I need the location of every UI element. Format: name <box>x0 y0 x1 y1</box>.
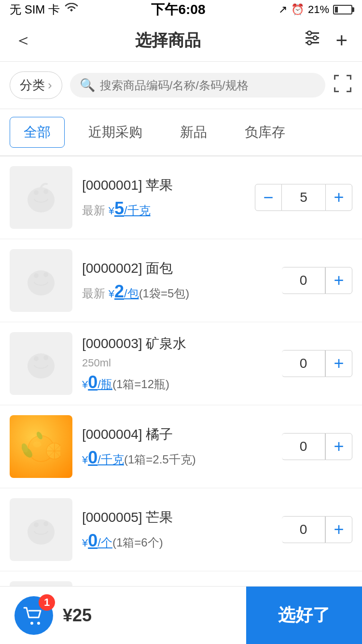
svg-point-22 <box>43 355 48 360</box>
svg-point-36 <box>34 522 39 527</box>
quantity-control: − + <box>255 184 352 211</box>
wifi-icon <box>65 3 78 16</box>
cart-total: ¥25 <box>63 605 92 626</box>
tab-recent[interactable]: 近期采购 <box>74 117 156 148</box>
page-title: 选择商品 <box>135 29 201 52</box>
product-thumbnail <box>10 332 72 395</box>
tab-bar: 全部 近期采购 新品 负库存 <box>0 109 362 156</box>
svg-point-17 <box>28 270 55 295</box>
status-right: ↗ ⏰ 21% <box>278 3 352 16</box>
svg-point-5 <box>307 41 311 45</box>
product-price: ¥0/个(1箱=6个) <box>82 531 272 551</box>
svg-point-20 <box>28 353 55 378</box>
svg-point-37 <box>43 521 48 526</box>
list-item: [0000002] 面包 最新 ¥2/包(1袋=5包) + <box>0 239 362 322</box>
battery-icon <box>333 5 352 14</box>
product-spec: 250ml <box>82 357 272 369</box>
svg-point-19 <box>43 272 48 277</box>
list-item: [0000004] 橘子 ¥0/千克(1箱=2.5千克) + <box>0 406 362 488</box>
product-name: [0000004] 橘子 <box>82 425 272 444</box>
product-name: [0000005] 芒果 <box>82 508 272 527</box>
svg-point-44 <box>30 622 33 625</box>
filter-icon[interactable] <box>304 29 321 51</box>
svg-point-35 <box>28 519 55 545</box>
product-name: [0000001] 苹果 <box>82 176 245 195</box>
bottom-bar: 1 ¥25 选好了 <box>0 586 362 644</box>
nav-actions: + <box>304 29 348 52</box>
search-icon: 🔍 <box>80 78 95 93</box>
category-label: 分类 <box>20 77 45 94</box>
svg-point-21 <box>34 356 39 361</box>
confirm-button[interactable]: 选好了 <box>246 587 362 644</box>
quantity-control: + <box>282 433 352 460</box>
product-thumbnail <box>10 415 72 478</box>
product-name: [0000003] 矿泉水 <box>82 335 272 353</box>
product-thumbnail <box>10 498 72 561</box>
quantity-input[interactable] <box>282 516 325 543</box>
cart-badge: 1 <box>39 594 55 611</box>
status-bar: 无 SIM 卡 下午6:08 ↗ ⏰ 21% <box>0 0 362 19</box>
product-price: ¥0/瓶(1箱=12瓶) <box>82 372 272 392</box>
increase-button[interactable]: + <box>325 267 352 294</box>
quantity-control: + <box>282 350 352 377</box>
svg-point-15 <box>34 190 39 195</box>
svg-rect-11 <box>334 87 335 92</box>
product-name: [0000002] 面包 <box>82 259 272 278</box>
product-price: 最新 ¥5/千克 <box>82 198 245 219</box>
tab-new[interactable]: 新品 <box>166 117 221 148</box>
scan-icon[interactable] <box>333 74 352 97</box>
svg-point-16 <box>43 189 48 194</box>
list-item: [0000003] 矿泉水 250ml ¥0/瓶(1箱=12瓶) + <box>0 322 362 405</box>
location-icon: ↗ <box>278 3 287 16</box>
nav-bar: ＜ 选择商品 + <box>0 19 362 62</box>
product-thumbnail <box>10 249 72 312</box>
quantity-input[interactable] <box>282 184 325 211</box>
product-thumbnail <box>10 166 72 229</box>
svg-point-14 <box>28 187 55 212</box>
list-item: [0000001] 苹果 最新 ¥5/千克 − + <box>0 156 362 238</box>
back-button[interactable]: ＜ <box>14 28 32 52</box>
product-list: [0000001] 苹果 最新 ¥5/千克 − + [0000002] 面包 最… <box>0 156 362 644</box>
cart-area: 1 ¥25 <box>0 596 246 635</box>
svg-point-4 <box>313 36 317 40</box>
product-info: [0000004] 橘子 ¥0/千克(1箱=2.5千克) <box>82 425 272 468</box>
quantity-control: + <box>282 516 352 543</box>
search-box: 🔍 <box>70 73 325 98</box>
svg-point-3 <box>307 31 311 35</box>
filter-bar: 分类 › 🔍 <box>0 62 362 109</box>
product-info: [0000005] 芒果 ¥0/个(1箱=6个) <box>82 508 272 551</box>
quantity-input[interactable] <box>282 267 325 294</box>
status-time: 下午6:08 <box>151 0 205 19</box>
increase-button[interactable]: + <box>325 184 352 211</box>
search-input[interactable] <box>100 79 316 92</box>
product-price: 最新 ¥2/包(1袋=5包) <box>82 281 272 302</box>
svg-point-18 <box>34 273 39 278</box>
cart-button[interactable]: 1 <box>14 596 53 635</box>
add-icon[interactable]: + <box>335 29 348 52</box>
increase-button[interactable]: + <box>325 433 352 460</box>
status-left: 无 SIM 卡 <box>10 2 78 17</box>
carrier-label: 无 SIM 卡 <box>10 2 60 17</box>
svg-point-25 <box>33 442 41 448</box>
product-info: [0000001] 苹果 最新 ¥5/千克 <box>82 176 245 219</box>
increase-button[interactable]: + <box>325 350 352 377</box>
decrease-button[interactable]: − <box>255 184 282 211</box>
quantity-input[interactable] <box>282 350 325 377</box>
tab-negative[interactable]: 负库存 <box>231 117 299 148</box>
product-info: [0000002] 面包 最新 ¥2/包(1袋=5包) <box>82 259 272 302</box>
svg-rect-9 <box>350 75 351 80</box>
battery-percent: 21% <box>308 3 329 16</box>
category-button[interactable]: 分类 › <box>10 71 62 99</box>
svg-point-45 <box>37 622 40 625</box>
alarm-icon: ⏰ <box>291 3 304 16</box>
category-chevron: › <box>48 78 52 93</box>
product-price: ¥0/千克(1箱=2.5千克) <box>82 448 272 468</box>
increase-button[interactable]: + <box>325 516 352 543</box>
product-info: [0000003] 矿泉水 250ml ¥0/瓶(1箱=12瓶) <box>82 335 272 392</box>
quantity-input[interactable] <box>282 433 325 460</box>
svg-rect-13 <box>350 87 351 92</box>
quantity-control: + <box>282 267 352 294</box>
list-item: [0000005] 芒果 ¥0/个(1箱=6个) + <box>0 489 362 571</box>
tab-all[interactable]: 全部 <box>10 117 65 148</box>
svg-rect-7 <box>334 75 335 80</box>
